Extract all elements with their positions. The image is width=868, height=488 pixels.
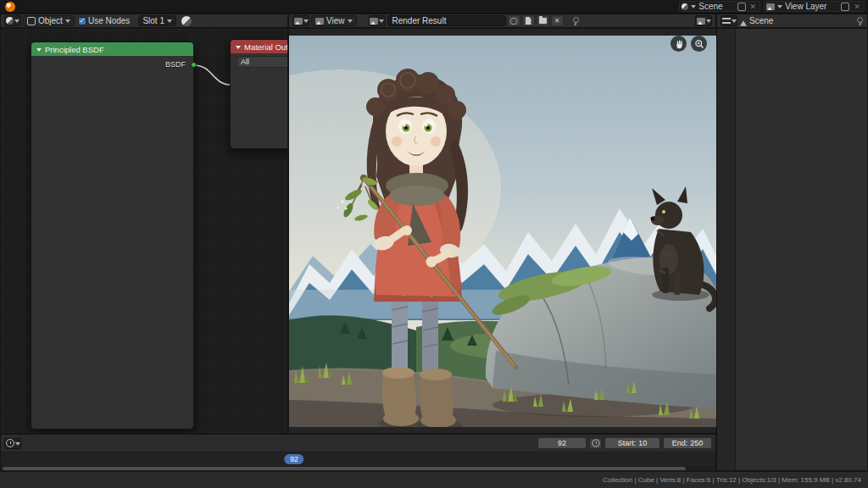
image-editor[interactable] <box>288 28 716 434</box>
editor-type-button[interactable] <box>4 15 21 26</box>
shader-editor[interactable]: Material Principled BSDF BSDF Material O… <box>0 28 288 434</box>
node-body: All <box>231 53 288 68</box>
collapse-triangle-icon[interactable] <box>36 48 42 54</box>
view-layer-selector[interactable]: View Layer ✕ <box>764 1 865 12</box>
output-target-dropdown[interactable]: All <box>236 56 288 68</box>
material-output-node[interactable]: Material Out All <box>230 39 288 149</box>
properties-editor <box>716 28 868 471</box>
breadcrumb: Scene <box>749 16 773 25</box>
new-page-icon <box>526 17 531 25</box>
chevron-down-icon <box>65 19 70 25</box>
pan-view-button[interactable] <box>670 36 687 52</box>
zoom-view-button[interactable] <box>691 36 707 52</box>
start-label: Start: <box>618 439 637 447</box>
scene-stats: Collection | Cube | Verts:8 | Faces:6 | … <box>603 476 861 484</box>
image-datablock-name: Render Result <box>392 16 447 25</box>
open-image-button[interactable] <box>537 15 549 26</box>
image-editor-icon <box>294 18 303 25</box>
blender-window: Scene ✕ View Layer ✕ Object ✓ Use Nodes … <box>0 0 868 488</box>
frame-end-field[interactable]: End: 250 <box>663 437 712 449</box>
properties-header: Scene <box>716 14 868 28</box>
principled-bsdf-node[interactable]: Principled BSDF BSDF <box>31 42 194 430</box>
view-mode-label: View <box>326 16 345 25</box>
editor-type-button[interactable] <box>721 15 737 26</box>
object-icon <box>27 17 36 25</box>
topbar-right: Scene ✕ View Layer ✕ <box>679 1 868 12</box>
properties-editor-icon <box>722 17 731 25</box>
new-scene-icon[interactable] <box>737 3 746 11</box>
shader-editor-icon <box>6 17 14 25</box>
editor-type-button[interactable] <box>4 438 21 449</box>
hand-icon <box>674 39 684 49</box>
properties-tabs <box>717 29 736 470</box>
use-preview-range-button[interactable] <box>589 438 602 449</box>
close-icon[interactable]: ✕ <box>852 3 862 11</box>
scene-selector[interactable]: Scene ✕ <box>679 1 760 12</box>
bsdf-output-row: BSDF <box>37 58 187 70</box>
node-title: Material Out <box>244 42 288 52</box>
new-image-button[interactable] <box>522 15 535 26</box>
node-header[interactable]: Material Out <box>231 40 288 53</box>
use-nodes-label: Use Nodes <box>88 16 130 25</box>
scene-breadcrumb-icon <box>740 17 747 25</box>
shader-mode-dropdown[interactable]: Object <box>23 15 75 26</box>
material-preview-icon[interactable] <box>181 16 192 26</box>
image-datablock-field[interactable]: Render Result <box>387 15 506 26</box>
use-nodes-checkbox[interactable]: ✓ <box>78 17 86 25</box>
image-datablock-icon-button[interactable] <box>369 15 386 26</box>
pin-icon[interactable] <box>854 16 864 25</box>
display-channels-button[interactable] <box>695 15 712 26</box>
blender-logo-icon[interactable] <box>5 2 15 12</box>
image-view-mode-dropdown[interactable]: View <box>311 15 357 26</box>
collapse-triangle-icon[interactable] <box>236 46 241 52</box>
image-editor-header: View Render Result ◯ ✕ <box>288 14 716 28</box>
timeline-editor-icon <box>6 439 14 447</box>
new-view-layer-icon[interactable] <box>841 3 849 11</box>
end-value: 250 <box>690 439 703 447</box>
start-value: 10 <box>638 439 647 447</box>
folder-icon <box>539 18 547 24</box>
node-title: Principled BSDF <box>45 45 104 54</box>
scene-name: Scene <box>698 2 734 11</box>
chevron-down-icon <box>348 19 353 25</box>
node-link-wire <box>194 65 231 85</box>
editor-type-button[interactable] <box>292 15 309 26</box>
chevron-down-icon <box>15 442 20 448</box>
shader-mode-label: Object <box>38 16 63 25</box>
topbar: Scene ✕ View Layer ✕ <box>0 0 868 14</box>
view-layer-name: View Layer <box>785 2 838 11</box>
pin-icon[interactable] <box>570 16 580 25</box>
scrollbar-thumb[interactable] <box>3 467 686 470</box>
status-bar: Collection | Cube | Verts:8 | Faces:6 | … <box>0 471 868 488</box>
magnifier-icon <box>694 39 704 49</box>
view-mode-icon <box>315 18 324 25</box>
chevron-down-icon <box>706 19 711 25</box>
chevron-down-icon <box>379 19 384 25</box>
bsdf-output-socket[interactable] <box>191 62 197 68</box>
slot-dropdown[interactable]: Slot 1 <box>138 15 176 26</box>
chevron-down-icon <box>691 5 696 11</box>
current-frame-indicator[interactable]: 92 <box>284 454 303 464</box>
chevron-down-icon <box>777 5 782 11</box>
node-header[interactable]: Principled BSDF <box>31 42 193 56</box>
fake-user-button[interactable]: ◯ <box>508 15 520 26</box>
current-frame-value: 92 <box>558 439 566 447</box>
bsdf-output-label: BSDF <box>165 60 187 69</box>
render-image <box>289 36 717 427</box>
timeline-header: 92 Start: 10 End: 250 <box>1 435 715 452</box>
output-target-row: All <box>236 56 288 68</box>
close-icon[interactable]: ✕ <box>748 3 759 11</box>
frame-range-fields: 92 Start: 10 End: 250 <box>537 437 712 449</box>
current-frame-field[interactable]: 92 <box>537 437 587 449</box>
unlink-image-button[interactable]: ✕ <box>551 15 564 26</box>
view-layer-icon <box>766 3 775 10</box>
image-icon <box>370 18 378 25</box>
chevron-down-icon <box>167 19 172 25</box>
channels-icon <box>697 18 705 25</box>
chevron-down-icon <box>303 19 309 25</box>
node-body: BSDF <box>31 56 193 70</box>
properties-rows <box>736 29 867 470</box>
timeline-ruler[interactable]: 92 <box>1 452 715 466</box>
output-target-label: All <box>241 58 249 66</box>
frame-start-field[interactable]: Start: 10 <box>604 437 660 449</box>
